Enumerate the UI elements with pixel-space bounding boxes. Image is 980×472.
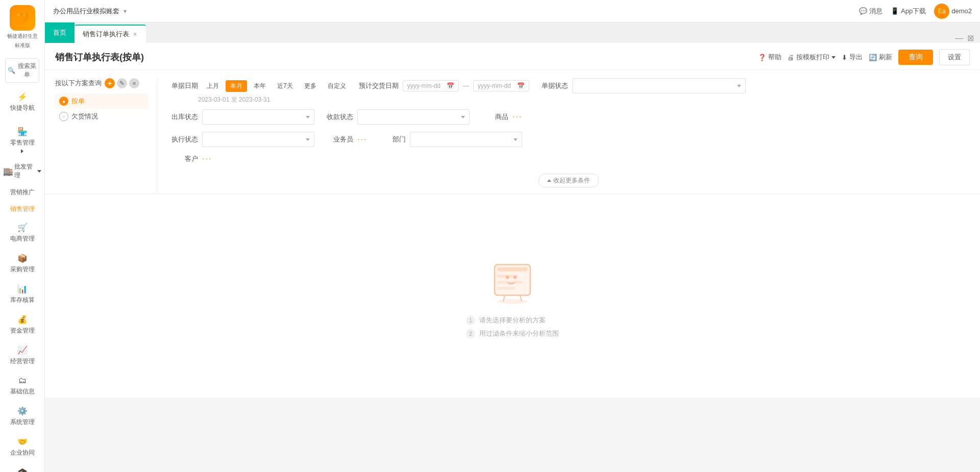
expected-date-end-input[interactable]: yyyy-mm-dd 📅 <box>473 80 529 91</box>
filter-panel: 按以下方案查询 + ✎ « ● 按单 ○ 欠货情况 <box>45 70 980 194</box>
shipment-chevron <box>306 116 310 119</box>
download-icon: 📱 <box>891 7 899 15</box>
exec-status-chevron <box>306 138 310 141</box>
filter-section: 按以下方案查询 + ✎ « ● 按单 ○ 欠货情况 <box>55 78 970 194</box>
sidebar-item-wholesale-expand[interactable]: 🏬 批发管理 <box>0 158 44 184</box>
query-button[interactable]: 查询 <box>898 50 933 65</box>
sidebar-item-quick-nav[interactable]: ⚡ 快捷导航 <box>0 87 44 117</box>
sidebar-item-marketing[interactable]: 营销推广 <box>0 184 44 201</box>
filter-plan-arrears[interactable]: ○ 欠货情况 <box>55 109 149 124</box>
tab-home[interactable]: 首页 <box>45 22 75 43</box>
tab-sales-exec[interactable]: 销售订单执行表 × <box>75 25 146 43</box>
sidebar-item-label: 经营管理 <box>10 357 35 366</box>
sidebar-item-inventory[interactable]: 📊 库存核算 <box>0 279 44 310</box>
date-shortcut-custom[interactable]: 自定义 <box>323 80 351 92</box>
date-shortcut-this-year[interactable]: 本年 <box>249 80 271 92</box>
department-chevron <box>513 138 518 141</box>
expected-date-end-placeholder: yyyy-mm-dd <box>478 82 511 89</box>
department-select[interactable] <box>410 132 522 147</box>
topbar-page-title: 办公用品行业模拟账套 <box>53 7 119 16</box>
sidebar-item-sales[interactable]: 销售管理 <box>0 201 44 218</box>
app-logo-text: 畅捷通好生意 <box>7 33 38 40</box>
refresh-label: 刷新 <box>879 53 892 62</box>
filter-plan-by-order[interactable]: ● 按单 <box>55 93 149 109</box>
sidebar-item-basics[interactable]: 🗂 基础信息 <box>0 371 44 401</box>
shipment-select[interactable] <box>202 109 314 125</box>
filter-collapse-area: 收起更多条件 <box>167 171 970 194</box>
chevron-up-icon <box>547 179 551 182</box>
collapse-conditions-button[interactable]: 收起更多条件 <box>538 174 599 187</box>
sidebar-item-purchase[interactable]: 📦 采购管理 <box>0 248 44 279</box>
system-icon: ⚙️ <box>17 406 28 416</box>
tab-minimize-icon[interactable]: — <box>955 34 963 43</box>
print-button[interactable]: 🖨 按模板打印 <box>788 53 836 62</box>
doc-status-select[interactable] <box>572 78 746 93</box>
help-button[interactable]: ❓ 帮助 <box>758 53 781 62</box>
page-title: 销售订单执行表(按单) <box>55 51 144 63</box>
sidebar-item-system[interactable]: ⚙️ 系统管理 <box>0 401 44 432</box>
svg-rect-4 <box>497 287 515 290</box>
plan-arrears-label: 欠货情况 <box>71 112 98 121</box>
filter-row-1: 单据日期 上月 本月 本年 近7天 更多 自定义 预计交货日期 <box>167 78 970 93</box>
date-shortcut-last7[interactable]: 近7天 <box>273 80 298 92</box>
date-shortcut-more[interactable]: 更多 <box>300 80 321 92</box>
sidebar-logo[interactable]: 🧡 畅捷通好生意 标准版 <box>0 0 44 54</box>
product-label: 商品 <box>478 112 508 122</box>
app-sub-text: 标准版 <box>15 42 30 49</box>
filter-plan-add-icon[interactable]: + <box>105 78 115 88</box>
filter-plan-collapse-icon[interactable]: « <box>129 78 139 88</box>
print-label: 按模板打印 <box>796 53 829 62</box>
payment-chevron <box>461 116 465 119</box>
chevron-down-icon <box>37 170 41 173</box>
inventory-icon: 📊 <box>17 284 28 294</box>
topbar: 办公用品行业模拟账套 ▾ 💬 消息 📱 App下载 Ea demo2 <box>45 0 980 22</box>
refresh-button[interactable]: 🔄 刷新 <box>869 53 892 62</box>
filter-field-shipment: 出库状态 <box>167 109 314 125</box>
tab-maximize-icon[interactable]: ⊠ <box>967 33 974 43</box>
expected-date-start-input[interactable]: yyyy-mm-dd 📅 <box>403 80 459 91</box>
sidebar-item-finance[interactable]: 💰 资金管理 <box>0 310 44 340</box>
page-actions: ❓ 帮助 🖨 按模板打印 ⬇ 导出 🔄 刷新 查询 设置 <box>758 49 970 65</box>
empty-steps: 1 请先选择要分析的方案 2 用过滤条件来缩小分析范围 <box>466 316 559 338</box>
exec-status-label: 执行状态 <box>167 135 198 144</box>
sidebar-item-retail[interactable]: 🏪 零售管理 <box>0 122 44 158</box>
filter-plan-edit-icon[interactable]: ✎ <box>117 78 127 88</box>
topbar-dropdown-icon[interactable]: ▾ <box>124 8 127 15</box>
message-button[interactable]: 💬 消息 <box>859 7 883 16</box>
step-2-num: 2 <box>466 329 475 338</box>
search-menu-button[interactable]: 🔍 搜索菜单 <box>5 58 39 83</box>
sidebar-item-operations[interactable]: 📈 经营管理 <box>0 340 44 371</box>
payment-label: 收款状态 <box>323 112 353 122</box>
empty-step-2: 2 用过滤条件来缩小分析范围 <box>466 329 559 338</box>
user-profile-button[interactable]: Ea demo2 <box>934 4 972 19</box>
export-button[interactable]: ⬇ 导出 <box>842 53 863 62</box>
tab-close-icon[interactable]: × <box>132 30 138 39</box>
date-shortcut-prev-month[interactable]: 上月 <box>202 80 224 92</box>
filter-plan-actions: + ✎ « <box>105 78 139 88</box>
filter-fields: 单据日期 上月 本月 本年 近7天 更多 自定义 预计交货日期 <box>157 78 970 194</box>
sidebar-item-collab[interactable]: 🤝 企业协同 <box>0 432 44 462</box>
page-header: 销售订单执行表(按单) ❓ 帮助 🖨 按模板打印 ⬇ 导出 🔄 刷新 <box>45 43 980 70</box>
product-dots[interactable]: ··· <box>512 112 522 122</box>
topbar-left: 办公用品行业模拟账套 ▾ <box>53 7 127 16</box>
salesperson-dots[interactable]: ··· <box>357 135 367 144</box>
exec-status-select[interactable] <box>202 132 314 147</box>
customer-dots[interactable]: ··· <box>202 154 212 163</box>
app-download-label: App下载 <box>901 7 926 16</box>
sidebar-item-ecommerce[interactable]: 🛒 电商管理 <box>0 218 44 248</box>
topbar-right: 💬 消息 📱 App下载 Ea demo2 <box>859 4 972 19</box>
sidebar-item-newbie[interactable]: 🎓 新手引导 <box>0 462 44 472</box>
date-shortcut-this-month[interactable]: 本月 <box>226 80 247 92</box>
wholesale-sub-menu: 营销推广 销售管理 <box>0 184 44 218</box>
payment-select[interactable] <box>357 109 470 125</box>
empty-illustration <box>482 254 543 311</box>
empty-state: 1 请先选择要分析的方案 2 用过滤条件来缩小分析范围 <box>466 224 559 369</box>
newbie-icon: 🎓 <box>17 467 28 472</box>
date-range-display: 2023-03-01 至 2023-03-31 <box>167 96 970 104</box>
message-label: 消息 <box>869 7 883 16</box>
app-download-button[interactable]: 📱 App下载 <box>891 7 926 16</box>
setting-button[interactable]: 设置 <box>939 49 970 65</box>
tabbar: 首页 销售订单执行表 × — ⊠ <box>45 22 980 43</box>
filter-row-2: 出库状态 收款状态 <box>167 109 970 125</box>
step-1-num: 1 <box>466 316 475 325</box>
